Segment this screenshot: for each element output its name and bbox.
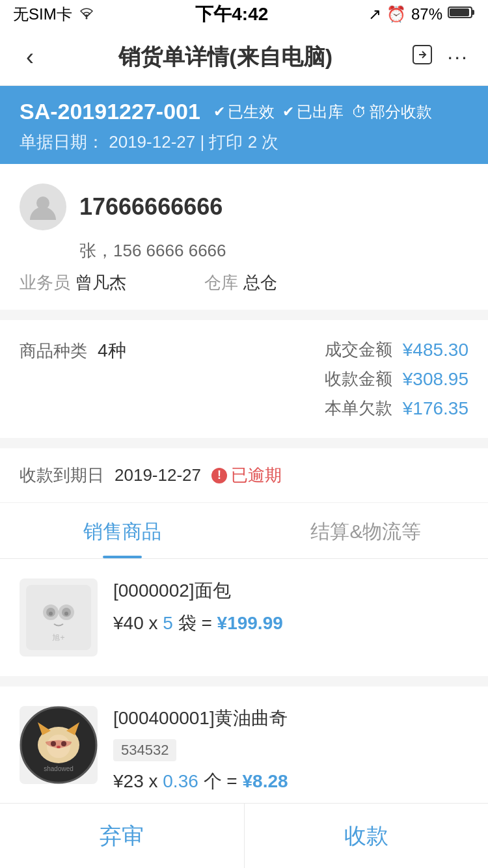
overdue-icon: ! — [211, 468, 227, 483]
salesperson-label: 业务员 — [20, 271, 70, 294]
svg-point-11 — [49, 612, 53, 616]
product-sku-2: 534532 — [113, 739, 176, 761]
battery-text: 87% — [411, 5, 442, 23]
abandon-button[interactable]: 弃审 — [0, 804, 245, 868]
page-title: 销货单详情(来自电脑) — [118, 42, 332, 72]
product-type-label: 商品种类 — [20, 340, 87, 362]
warehouse-value: 总仓 — [243, 271, 277, 294]
svg-text:旭+: 旭+ — [52, 633, 64, 642]
clock-icon: ⏱ — [351, 103, 367, 121]
product-item-2: shadowed [000400001]黄油曲奇 534532 ¥23 x 0.… — [0, 686, 488, 813]
product-name-1: [0000002]面包 — [113, 578, 468, 603]
debt-value: ¥176.35 — [403, 398, 468, 419]
amount-label: 成交金额 — [325, 338, 392, 361]
product-info-1: [0000002]面包 ¥40 x 5 袋 = ¥199.99 — [113, 578, 468, 636]
tab-settlement[interactable]: 结算&物流等 — [244, 503, 488, 558]
price-qty-2: 0.36 — [163, 771, 198, 791]
date-label: 单据日期： — [20, 132, 104, 152]
badge-shipped: ✔ 已出库 — [282, 102, 344, 122]
customer-phone: 17666666666 — [79, 193, 223, 221]
price-x-1: x — [149, 613, 163, 633]
product-type-value: 4种 — [98, 338, 126, 363]
status-right: ↗ ⏰ 87% — [368, 5, 475, 23]
salesperson-value: 曾凡杰 — [75, 271, 126, 294]
amount-value: ¥485.30 — [403, 340, 468, 360]
status-time: 下午4:42 — [195, 2, 268, 27]
summary-section: 商品种类 4种 成交金额 ¥485.30 收款金额 ¥308.95 本单欠款 ¥… — [0, 320, 488, 438]
status-badges: ✔ 已生效 ✔ 已出库 ⏱ 部分收款 — [213, 102, 432, 122]
due-label: 收款到期日 — [20, 464, 104, 487]
product-type-item: 商品种类 4种 — [20, 338, 126, 363]
svg-rect-2 — [472, 10, 474, 15]
order-id: SA-20191227-001 — [20, 99, 200, 124]
product-price-1: ¥40 x 5 袋 = ¥199.99 — [113, 611, 468, 636]
check-icon-2: ✔ — [282, 103, 294, 120]
date-value: 2019-12-27 — [109, 132, 195, 152]
summary-left: 商品种类 4种 — [20, 338, 126, 420]
carrier-text: 无SIM卡 — [13, 4, 72, 25]
summary-right: 成交金额 ¥485.30 收款金额 ¥308.95 本单欠款 ¥176.35 — [325, 338, 468, 420]
banner-row1: SA-20191227-001 ✔ 已生效 ✔ 已出库 ⏱ 部分收款 — [20, 99, 468, 124]
debt-label: 本单欠款 — [325, 397, 392, 420]
received-item: 收款金额 ¥308.95 — [325, 368, 468, 390]
nav-actions: ··· — [411, 43, 468, 72]
tab-products[interactable]: 销售商品 — [0, 503, 244, 558]
svg-rect-3 — [450, 8, 469, 16]
svg-point-0 — [85, 18, 87, 20]
share-icon[interactable] — [411, 43, 434, 72]
status-bar: 无SIM卡 下午4:42 ↗ ⏰ 87% — [0, 0, 488, 29]
price-eq-1: = — [201, 613, 217, 633]
overdue-badge: ! 已逾期 — [211, 464, 282, 487]
svg-text:shadowed: shadowed — [44, 765, 74, 772]
product-thumb-2: shadowed — [20, 706, 98, 784]
bottom-bar: 弃审 收款 — [0, 803, 488, 868]
more-icon[interactable]: ··· — [447, 45, 468, 69]
price-unit-2: 个 — [204, 771, 222, 791]
tabs: 销售商品 结算&物流等 — [0, 503, 488, 559]
received-value: ¥308.95 — [403, 369, 468, 390]
price-total-1: ¥199.99 — [217, 613, 283, 633]
price-base-1: ¥40 — [113, 613, 144, 633]
check-icon-1: ✔ — [213, 103, 225, 120]
customer-contact: 张，156 6666 6666 — [79, 239, 468, 262]
alarm-icon: ⏰ — [386, 5, 406, 23]
product-thumb-1: 旭+ — [20, 578, 98, 657]
amount-item: 成交金额 ¥485.30 — [325, 338, 468, 361]
customer-info: 业务员 曾凡杰 仓库 总仓 — [20, 271, 468, 294]
summary-grid: 商品种类 4种 成交金额 ¥485.30 收款金额 ¥308.95 本单欠款 ¥… — [20, 338, 468, 420]
avatar — [20, 183, 66, 230]
price-unit-1: 袋 — [178, 613, 197, 633]
received-label: 收款金额 — [325, 368, 392, 390]
header-banner: SA-20191227-001 ✔ 已生效 ✔ 已出库 ⏱ 部分收款 单据日期：… — [0, 86, 488, 164]
badge-effective: ✔ 已生效 — [213, 102, 275, 122]
collect-button[interactable]: 收款 — [245, 804, 489, 868]
product-name-2: [000400001]黄油曲奇 — [113, 706, 468, 731]
customer-row: 17666666666 — [20, 183, 468, 230]
due-section: 收款到期日 2019-12-27 ! 已逾期 — [0, 448, 488, 503]
status-left: 无SIM卡 — [13, 4, 96, 25]
price-base-2: ¥23 — [113, 771, 144, 791]
customer-section: 17666666666 张，156 6666 6666 业务员 曾凡杰 仓库 总… — [0, 164, 488, 310]
warehouse-label: 仓库 — [204, 271, 238, 294]
overdue-text: 已逾期 — [231, 464, 282, 487]
product-info-2: [000400001]黄油曲奇 534532 ¥23 x 0.36 个 = ¥8… — [113, 706, 468, 794]
product-list: 旭+ [0000002]面包 ¥40 x 5 袋 = ¥199.99 — [0, 559, 488, 813]
price-total-2: ¥8.28 — [242, 771, 288, 791]
due-date-value: 2019-12-27 — [115, 465, 201, 485]
price-qty-1: 5 — [163, 613, 173, 633]
debt-item: 本单欠款 ¥176.35 — [325, 397, 468, 420]
banner-row2: 单据日期： 2019-12-27 | 打印 2 次 — [20, 131, 468, 154]
price-eq-2: = — [226, 771, 242, 791]
svg-point-12 — [64, 612, 68, 616]
back-button[interactable]: ‹ — [20, 37, 40, 77]
location-icon: ↗ — [368, 5, 381, 23]
wifi-icon — [77, 5, 96, 23]
product-price-2: ¥23 x 0.36 个 = ¥8.28 — [113, 769, 468, 794]
battery-icon — [448, 5, 475, 23]
salesperson-item: 业务员 曾凡杰 — [20, 271, 126, 294]
nav-bar: ‹ 销货单详情(来自电脑) ··· — [0, 29, 488, 86]
warehouse-item: 仓库 总仓 — [204, 271, 277, 294]
badge-partial: ⏱ 部分收款 — [351, 102, 432, 122]
price-x-2: x — [149, 771, 163, 791]
product-item-1: 旭+ [0000002]面包 ¥40 x 5 袋 = ¥199.99 — [0, 559, 488, 676]
